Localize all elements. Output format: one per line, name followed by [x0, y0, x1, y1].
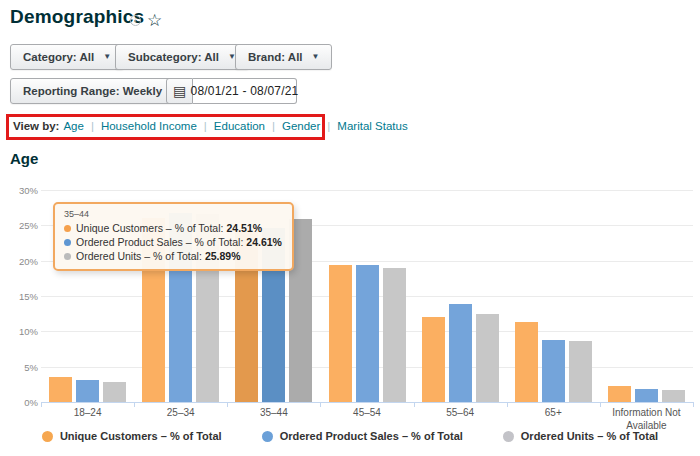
y-axis-label: 15%	[8, 291, 38, 302]
view-by-link-age[interactable]: Age	[63, 120, 83, 132]
bar-Information-Not-Available-s0[interactable]	[608, 386, 631, 402]
tooltip-value: 25.89%	[205, 249, 241, 263]
x-axis-label: 55–64	[414, 407, 507, 420]
brand-dropdown[interactable]: Brand: All ▼	[235, 44, 332, 70]
view-by-link-household-income[interactable]: Household Income	[101, 120, 197, 132]
gridline	[41, 190, 693, 191]
category-dropdown[interactable]: Category: All ▼	[10, 44, 124, 70]
bar-65+-s1[interactable]	[542, 340, 565, 402]
view-by-link-education[interactable]: Education	[214, 120, 265, 132]
bar-55–64-s0[interactable]	[422, 317, 445, 403]
view-by-row: View by: Age|Household Income|Education|…	[13, 120, 408, 132]
legend-label: Unique Customers – % of Total	[60, 430, 222, 442]
legend-item-0[interactable]: Unique Customers – % of Total	[42, 430, 222, 442]
x-axis-label: Information Not Available	[600, 407, 693, 432]
bar-18–24-s2[interactable]	[103, 382, 126, 402]
series-dot-icon	[64, 239, 71, 246]
axis-tick	[693, 402, 694, 407]
tooltip-row: Ordered Units – % of Total:25.89%	[64, 249, 282, 263]
bar-Information-Not-Available-s2[interactable]	[662, 390, 685, 402]
link-separator: |	[327, 120, 330, 132]
x-axis-label: 35–44	[227, 407, 320, 420]
calendar-button[interactable]: ▤	[166, 78, 193, 104]
bar-65+-s0[interactable]	[515, 322, 538, 402]
reporting-range-dropdown[interactable]: Reporting Range: Weekly ▼	[10, 78, 192, 104]
legend-dot-icon	[503, 431, 514, 442]
demographics-page: Demographics i ☆ Category: All ▼ Subcate…	[0, 0, 700, 456]
subcategory-dropdown[interactable]: Subcategory: All ▼	[115, 44, 249, 70]
chevron-down-icon: ▼	[312, 53, 320, 61]
calendar-icon: ▤	[173, 84, 186, 98]
tooltip-row: Ordered Product Sales – % of Total:24.61…	[64, 235, 282, 249]
tooltip-label: Ordered Product Sales – % of Total:	[76, 235, 243, 249]
bar-65+-s2[interactable]	[569, 341, 592, 402]
bar-55–64-s2[interactable]	[476, 314, 499, 402]
link-separator: |	[91, 120, 94, 132]
view-by-link-gender[interactable]: Gender	[282, 120, 320, 132]
bar-45–54-s2[interactable]	[383, 268, 406, 402]
legend-label: Ordered Product Sales – % of Total	[280, 430, 463, 442]
y-axis-label: 5%	[8, 362, 38, 373]
y-axis-label: 10%	[8, 326, 38, 337]
x-axis-line	[41, 402, 693, 403]
bar-Information-Not-Available-s1[interactable]	[635, 389, 658, 402]
y-axis-label: 0%	[8, 397, 38, 408]
series-dot-icon	[64, 225, 71, 232]
link-separator: |	[272, 120, 275, 132]
age-section-title: Age	[10, 150, 38, 167]
tooltip-value: 24.51%	[226, 221, 262, 235]
view-by-link-marital-status[interactable]: Marital Status	[337, 120, 407, 132]
view-by-label: View by:	[13, 120, 59, 132]
legend-item-1[interactable]: Ordered Product Sales – % of Total	[262, 430, 463, 442]
series-dot-icon	[64, 253, 71, 260]
page-title: Demographics	[10, 6, 144, 28]
x-axis-label: 25–34	[134, 407, 227, 420]
link-separator: |	[204, 120, 207, 132]
chart-legend: Unique Customers – % of TotalOrdered Pro…	[0, 430, 700, 442]
subcategory-dropdown-label: Subcategory: All	[128, 51, 219, 63]
bar-45–54-s0[interactable]	[329, 265, 352, 402]
x-axis-label: 18–24	[41, 407, 134, 420]
y-axis-label: 20%	[8, 256, 38, 267]
chart-tooltip: 35–44 Unique Customers – % of Total:24.5…	[53, 202, 294, 271]
tooltip-label: Unique Customers – % of Total:	[76, 221, 223, 235]
tooltip-category: 35–44	[64, 209, 282, 219]
chevron-down-icon: ▼	[103, 53, 111, 61]
y-axis-label: 25%	[8, 220, 38, 231]
x-axis-label: 65+	[507, 407, 600, 420]
x-axis-label: 45–54	[320, 407, 413, 420]
tooltip-value: 24.61%	[246, 235, 282, 249]
bar-18–24-s1[interactable]	[76, 380, 99, 402]
bar-18–24-s0[interactable]	[49, 377, 72, 402]
bar-55–64-s1[interactable]	[449, 304, 472, 402]
tooltip-row: Unique Customers – % of Total:24.51%	[64, 221, 282, 235]
legend-item-2[interactable]: Ordered Units – % of Total	[503, 430, 658, 442]
brand-dropdown-label: Brand: All	[248, 51, 303, 63]
category-dropdown-label: Category: All	[23, 51, 94, 63]
bar-45–54-s1[interactable]	[356, 265, 379, 402]
tooltip-label: Ordered Units – % of Total:	[76, 249, 202, 263]
legend-label: Ordered Units – % of Total	[521, 430, 658, 442]
legend-dot-icon	[262, 431, 273, 442]
favorite-star-icon[interactable]: ☆	[147, 12, 162, 29]
legend-dot-icon	[42, 431, 53, 442]
y-axis-label: 30%	[8, 185, 38, 196]
info-icon[interactable]: i	[130, 15, 141, 26]
date-range-field[interactable]: 08/01/21 - 08/07/21	[193, 78, 297, 104]
reporting-range-label: Reporting Range: Weekly	[23, 85, 162, 97]
